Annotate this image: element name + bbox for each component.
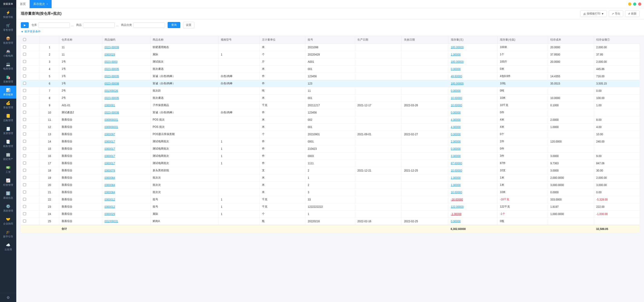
tab-home[interactable]: 首页 xyxy=(16,0,30,8)
table-cell[interactable]: 0000084 xyxy=(102,189,150,196)
table-cell[interactable]: 0000084 xyxy=(102,182,150,189)
row-checkbox[interactable] xyxy=(23,82,26,85)
window-minimize-button[interactable] xyxy=(628,3,631,6)
table-cell[interactable]: 1.00000 xyxy=(448,51,498,58)
sidebar-logo[interactable]: 搜索菜单 xyxy=(0,0,16,8)
row-checkbox[interactable] xyxy=(23,220,26,222)
row-checkbox[interactable] xyxy=(23,154,26,157)
table-cell[interactable]: 0023-00008 xyxy=(102,109,150,116)
expand-conditions[interactable]: ▼ 展开更多条件 xyxy=(21,30,640,34)
table-cell[interactable]: 2.00000 xyxy=(448,138,498,145)
product-input[interactable] xyxy=(83,23,115,28)
table-cell[interactable]: 100.00000 xyxy=(448,58,498,65)
table-cell[interactable]: -16.00000 xyxy=(448,196,498,203)
sidebar-item-retail[interactable]: 🛒 零售管理 xyxy=(0,21,16,34)
sidebar-settings-button[interactable]: ⚙ xyxy=(0,293,16,302)
table-cell[interactable]: 0023-00005 xyxy=(102,65,150,73)
category-select[interactable] xyxy=(133,23,165,28)
table-cell[interactable]: 000900001 xyxy=(102,116,150,123)
toggle-button[interactable]: ▶ xyxy=(21,22,29,28)
row-checkbox[interactable] xyxy=(23,67,26,70)
table-cell[interactable]: 0000012 xyxy=(102,196,150,203)
table-cell[interactable]: 0023-00005 xyxy=(102,73,150,80)
sidebar-item-ecom[interactable]: 💻 电商管理 xyxy=(0,60,16,73)
table-cell[interactable]: 10.00000 xyxy=(448,189,498,196)
window-maximize-button[interactable] xyxy=(633,3,636,6)
table-cell[interactable]: 0.00000 xyxy=(448,65,498,73)
table-cell[interactable]: 0000084 xyxy=(102,174,150,182)
row-checkbox[interactable] xyxy=(23,212,26,215)
sidebar-item-system[interactable]: ⚙️ 系统管理 xyxy=(0,202,16,215)
sidebar-item-quick-nav[interactable]: ⚡ 快捷导航 xyxy=(0,8,16,21)
sidebar-item-cloud[interactable]: ☁️ 云应用 xyxy=(0,241,16,253)
table-cell[interactable]: 0.00000 xyxy=(448,109,498,116)
row-checkbox[interactable] xyxy=(23,162,26,165)
sidebar-item-business[interactable]: 📈 经营管理 xyxy=(0,176,16,189)
table-cell[interactable]: 0023-00009 xyxy=(102,44,150,51)
table-cell[interactable]: 0023-00005 xyxy=(102,94,150,102)
sidebar-item-invoice[interactable]: 🧾 发票管理 xyxy=(0,124,16,137)
search-button[interactable]: 查询 xyxy=(168,22,180,28)
refresh-button[interactable]: ↺ 刷新 xyxy=(625,11,640,17)
row-checkbox[interactable] xyxy=(23,125,26,128)
sidebar-item-newbie[interactable]: 🎓 新手引导 xyxy=(0,228,16,241)
sidebar-item-general[interactable]: 📒 总账管理 xyxy=(0,111,16,124)
print-button[interactable]: 🖨 按模板打印 ▼ xyxy=(580,11,607,17)
table-cell[interactable]: 4.00000 xyxy=(448,116,498,123)
table-cell[interactable]: 0000078 xyxy=(102,167,150,174)
table-cell[interactable]: 10.00000 xyxy=(448,94,498,102)
table-cell[interactable]: 001000031 xyxy=(102,218,150,225)
row-checkbox[interactable] xyxy=(23,198,26,201)
sidebar-item-tax[interactable]: 📑 税务管理 xyxy=(0,137,16,150)
row-checkbox[interactable] xyxy=(23,205,26,208)
sidebar-item-purchase[interactable]: 🛍️ 采购管理 xyxy=(0,73,16,86)
tab-inventory-batch[interactable]: 库存批次 × xyxy=(30,0,52,8)
sidebar-item-inventory[interactable]: 📊 库存核算 xyxy=(0,86,16,99)
table-cell[interactable]: 0.00000 xyxy=(448,218,498,225)
table-cell[interactable]: 10.00000 xyxy=(448,102,498,109)
select-all-checkbox[interactable] xyxy=(23,38,26,41)
sidebar-item-wholesale[interactable]: 📦 批发管理 xyxy=(0,34,16,47)
row-checkbox[interactable] xyxy=(23,60,26,63)
sidebar-item-basic[interactable]: ℹ️ 基础信息 xyxy=(0,189,16,202)
table-cell[interactable]: 49.60000 xyxy=(448,73,498,80)
table-cell[interactable]: 0.00000 xyxy=(448,131,498,138)
table-cell[interactable]: 0000017 xyxy=(102,160,150,167)
table-cell[interactable]: 0023-0000 xyxy=(102,58,150,65)
table-cell[interactable]: 0000012 xyxy=(102,203,150,210)
sidebar-item-fixed-asset[interactable]: 🏢 固定资产 xyxy=(0,150,16,163)
row-checkbox[interactable] xyxy=(23,89,26,92)
row-checkbox[interactable] xyxy=(23,96,26,99)
table-cell[interactable]: 10.00000 xyxy=(448,167,498,174)
table-cell[interactable]: 0000017 xyxy=(102,145,150,153)
row-checkbox[interactable] xyxy=(23,191,26,194)
table-cell[interactable]: 1.00000 xyxy=(448,182,498,189)
table-cell[interactable]: 100.00000 xyxy=(448,80,498,87)
tab-close-button[interactable]: × xyxy=(46,3,48,6)
sidebar-item-enterprise[interactable]: 🤝 企业协同 xyxy=(0,215,16,228)
row-checkbox[interactable] xyxy=(23,183,26,186)
settings-button[interactable]: 设置 xyxy=(183,22,194,28)
table-cell[interactable]: 122.00000 xyxy=(448,203,498,210)
export-button[interactable]: ↗ 导出 xyxy=(609,11,623,17)
row-checkbox[interactable] xyxy=(23,169,26,172)
table-cell[interactable]: 000900001 xyxy=(102,123,150,131)
table-cell[interactable]: 0000017 xyxy=(102,138,150,145)
table-cell[interactable]: 87.00000 xyxy=(448,160,498,167)
table-cell[interactable]: 0023-00008 xyxy=(102,80,150,87)
table-cell[interactable]: 0.00000 xyxy=(448,145,498,153)
row-checkbox[interactable] xyxy=(23,75,26,77)
row-checkbox[interactable] xyxy=(23,46,26,49)
row-checkbox[interactable] xyxy=(23,111,26,114)
sidebar-item-asset[interactable]: 💰 资金管理 xyxy=(0,99,16,111)
row-checkbox[interactable] xyxy=(23,53,26,56)
product-ellipsis[interactable]: ... xyxy=(116,24,118,27)
table-cell[interactable]: 001000026 xyxy=(102,87,150,94)
row-checkbox[interactable] xyxy=(23,118,26,121)
table-cell[interactable]: 0000097 xyxy=(102,131,150,138)
table-cell[interactable]: 1.00000 xyxy=(448,174,498,182)
sidebar-item-salary[interactable]: 💵 工资 xyxy=(0,163,16,176)
table-cell[interactable]: 100.00000 xyxy=(448,44,498,51)
table-cell[interactable]: 0000001 xyxy=(102,102,150,109)
sidebar-item-mini-ecom[interactable]: 🚢 小船电商 xyxy=(0,47,16,60)
